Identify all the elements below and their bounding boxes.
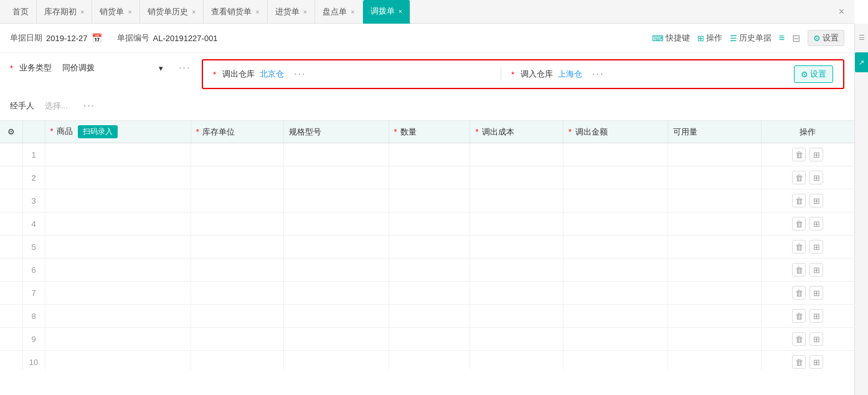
- row-copy-btn[interactable]: ⊞: [809, 309, 823, 323]
- row-product[interactable]: [45, 259, 191, 282]
- row-delete-btn[interactable]: 🗑: [792, 286, 806, 300]
- row-amount[interactable]: [564, 351, 668, 370]
- row-product[interactable]: [45, 328, 191, 351]
- row-copy-btn[interactable]: ⊞: [809, 332, 823, 346]
- row-amount[interactable]: [564, 282, 668, 305]
- tab-inventory-init[interactable]: 库存期初 ×: [37, 0, 92, 24]
- window-close-button[interactable]: ×: [834, 6, 849, 17]
- row-qty[interactable]: [389, 305, 470, 328]
- row-spec[interactable]: [284, 166, 389, 189]
- row-spec[interactable]: [284, 328, 389, 351]
- row-cost[interactable]: [470, 166, 564, 189]
- row-copy-btn[interactable]: ⊞: [809, 240, 823, 254]
- row-copy-btn[interactable]: ⊞: [809, 355, 823, 369]
- row-delete-btn[interactable]: 🗑: [792, 148, 806, 161]
- row-cost[interactable]: [470, 328, 564, 351]
- row-product[interactable]: [45, 166, 191, 189]
- tab-purchase-close[interactable]: ×: [303, 8, 307, 16]
- row-unit[interactable]: [191, 305, 284, 328]
- row-cost[interactable]: [470, 143, 564, 166]
- row-cost[interactable]: [470, 189, 564, 212]
- row-amount[interactable]: [564, 143, 668, 166]
- row-qty[interactable]: [389, 259, 470, 282]
- row-delete-btn[interactable]: 🗑: [792, 240, 806, 254]
- tab-purchase[interactable]: 进货单 ×: [268, 0, 315, 24]
- row-unit[interactable]: [191, 351, 284, 370]
- right-panel-list-btn[interactable]: ☰: [856, 29, 868, 46]
- layout1-btn[interactable]: ≡: [779, 32, 785, 44]
- row-unit[interactable]: [191, 189, 284, 212]
- row-delete-btn[interactable]: 🗑: [792, 263, 806, 277]
- row-copy-btn[interactable]: ⊞: [809, 148, 823, 161]
- row-cost[interactable]: [470, 259, 564, 282]
- row-cost[interactable]: [470, 212, 564, 236]
- history-btn[interactable]: ☰ 历史单据: [730, 32, 771, 44]
- row-delete-btn[interactable]: 🗑: [792, 217, 806, 231]
- row-qty[interactable]: [389, 189, 470, 212]
- row-qty[interactable]: [389, 212, 470, 236]
- row-available[interactable]: [668, 143, 762, 166]
- row-delete-btn[interactable]: 🗑: [792, 171, 806, 184]
- business-type-more-btn[interactable]: ···: [179, 62, 191, 74]
- row-qty[interactable]: [389, 282, 470, 305]
- row-product[interactable]: [45, 305, 191, 328]
- scan-btn[interactable]: 扫码录入: [78, 125, 118, 138]
- row-amount[interactable]: [564, 236, 668, 259]
- row-amount[interactable]: [564, 166, 668, 189]
- row-spec[interactable]: [284, 143, 389, 166]
- row-qty[interactable]: [389, 143, 470, 166]
- row-available[interactable]: [668, 282, 762, 305]
- row-delete-btn[interactable]: 🗑: [792, 332, 806, 346]
- row-available[interactable]: [668, 259, 762, 282]
- warehouse-settings-button[interactable]: ⚙ 设置: [794, 65, 833, 83]
- tab-view-sales[interactable]: 查看销货单 ×: [204, 0, 267, 24]
- row-unit[interactable]: [191, 143, 284, 166]
- operation-btn[interactable]: ⊞ 操作: [697, 32, 722, 44]
- business-type-select[interactable]: 同价调拨 ▾: [57, 59, 169, 77]
- row-spec[interactable]: [284, 305, 389, 328]
- col-header-gear[interactable]: ⚙: [0, 121, 22, 143]
- row-product[interactable]: [45, 351, 191, 370]
- tab-view-sales-close[interactable]: ×: [255, 8, 259, 16]
- row-spec[interactable]: [284, 189, 389, 212]
- row-product[interactable]: [45, 143, 191, 166]
- row-available[interactable]: [668, 351, 762, 370]
- row-amount[interactable]: [564, 328, 668, 351]
- row-copy-btn[interactable]: ⊞: [809, 194, 823, 207]
- row-available[interactable]: [668, 212, 762, 236]
- row-amount[interactable]: [564, 305, 668, 328]
- tab-inventory-check[interactable]: 盘点单 ×: [315, 0, 362, 24]
- row-unit[interactable]: [191, 166, 284, 189]
- row-copy-btn[interactable]: ⊞: [809, 217, 823, 231]
- row-copy-btn[interactable]: ⊞: [809, 286, 823, 300]
- row-available[interactable]: [668, 166, 762, 189]
- out-warehouse-more-btn[interactable]: ···: [294, 69, 306, 80]
- tab-inventory-check-close[interactable]: ×: [351, 8, 354, 16]
- tab-sales-history-close[interactable]: ×: [192, 8, 196, 16]
- tab-transfer-close[interactable]: ×: [399, 7, 402, 15]
- calendar-icon[interactable]: 📅: [92, 33, 102, 43]
- row-available[interactable]: [668, 189, 762, 212]
- row-cost[interactable]: [470, 282, 564, 305]
- tab-sales-close[interactable]: ×: [128, 8, 131, 16]
- row-qty[interactable]: [389, 236, 470, 259]
- in-warehouse-more-btn[interactable]: ···: [592, 69, 604, 80]
- row-product[interactable]: [45, 189, 191, 212]
- row-qty[interactable]: [389, 351, 470, 370]
- row-unit[interactable]: [191, 212, 284, 236]
- handler-more-btn[interactable]: ···: [83, 100, 95, 112]
- row-cost[interactable]: [470, 351, 564, 370]
- right-panel-expand-btn[interactable]: ↗: [855, 52, 869, 72]
- row-delete-btn[interactable]: 🗑: [792, 309, 806, 323]
- tab-sales-history[interactable]: 销货单历史 ×: [140, 0, 204, 24]
- row-qty[interactable]: [389, 166, 470, 189]
- row-unit[interactable]: [191, 328, 284, 351]
- row-product[interactable]: [45, 282, 191, 305]
- row-copy-btn[interactable]: ⊞: [809, 171, 823, 184]
- row-unit[interactable]: [191, 236, 284, 259]
- tab-home[interactable]: 首页: [5, 0, 37, 24]
- layout2-btn[interactable]: ⊟: [792, 32, 800, 44]
- tab-transfer[interactable]: 调拨单 ×: [363, 0, 410, 24]
- row-amount[interactable]: [564, 189, 668, 212]
- row-amount[interactable]: [564, 212, 668, 236]
